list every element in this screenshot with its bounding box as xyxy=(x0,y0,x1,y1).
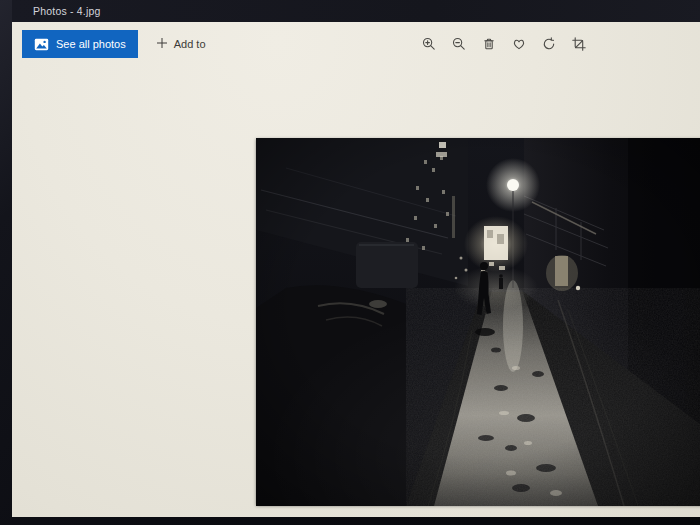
zoom-in-icon xyxy=(422,37,436,51)
window-title: Photos - 4.jpg xyxy=(12,5,101,17)
add-to-label: Add to xyxy=(174,38,206,50)
night-street-artwork xyxy=(256,138,700,506)
see-all-photos-label: See all photos xyxy=(56,38,126,50)
see-all-photos-button[interactable]: See all photos xyxy=(22,30,138,58)
favorite-icon-button[interactable] xyxy=(508,33,530,55)
favorite-icon xyxy=(512,37,526,51)
delete-icon-button[interactable] xyxy=(478,33,500,55)
rotate-icon-button[interactable] xyxy=(538,33,560,55)
window-titlebar: Photos - 4.jpg xyxy=(12,0,700,22)
photos-app-window: Photos - 4.jpg See all photos xyxy=(12,0,700,517)
zoom-in-icon-button[interactable] xyxy=(418,33,440,55)
command-bar: See all photos Add to xyxy=(12,22,700,66)
delete-icon xyxy=(482,37,496,51)
viewer-canvas xyxy=(12,66,700,517)
photo-gallery-icon xyxy=(34,38,49,51)
plus-icon xyxy=(156,37,168,51)
crop-icon xyxy=(572,37,586,51)
rotate-icon xyxy=(542,37,556,51)
zoom-out-icon-button[interactable] xyxy=(448,33,470,55)
zoom-out-icon xyxy=(452,37,466,51)
photo-4jpg[interactable] xyxy=(256,138,700,505)
crop-icon-button[interactable] xyxy=(568,33,590,55)
add-to-button[interactable]: Add to xyxy=(148,30,214,58)
toolbar-icon-group xyxy=(418,33,590,55)
